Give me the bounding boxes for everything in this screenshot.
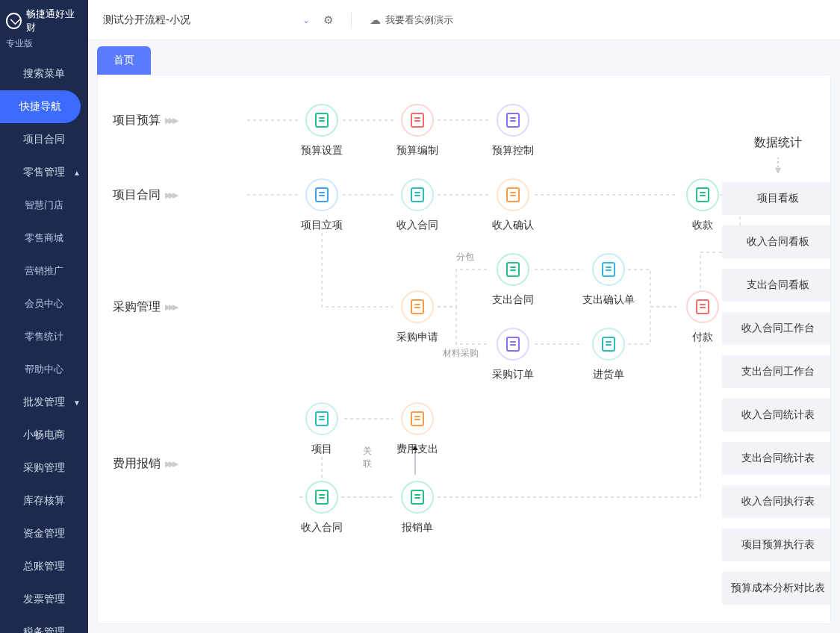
node-purchase-req[interactable]: 采购申请: [388, 290, 447, 344]
stat-btn-4[interactable]: 支出合同工作台: [722, 355, 831, 388]
sidebar-item-ledger[interactable]: 总账管理: [0, 550, 88, 583]
tab-home[interactable]: 首页: [97, 46, 151, 75]
stats-title: 数据统计: [722, 135, 831, 151]
sidebar-item-quicknav[interactable]: 快捷导航: [0, 90, 81, 123]
row-label-expense: 费用报销▶▶▶: [113, 456, 176, 472]
sidebar-item-tax[interactable]: 税务管理: [0, 616, 88, 633]
gear-icon[interactable]: ⚙: [323, 13, 333, 27]
doc-icon: [401, 402, 434, 435]
brand-name: 畅捷通好业财: [26, 7, 82, 34]
node-proj-start[interactable]: 项目立项: [292, 178, 352, 232]
node-expense-out[interactable]: 费用支出: [388, 402, 447, 456]
sidebar-item-marketing[interactable]: 营销推广: [0, 255, 88, 287]
doc-icon: [305, 402, 338, 435]
node-budget-ctrl[interactable]: 预算控制: [483, 104, 543, 158]
stat-btn-0[interactable]: 项目看板: [722, 182, 831, 215]
chevron-down-icon: ⌄: [302, 15, 310, 25]
node-income-cf[interactable]: 收入确认: [483, 178, 543, 232]
node-proj[interactable]: 项目: [292, 402, 352, 456]
sidebar-search[interactable]: 搜索菜单: [0, 57, 88, 90]
demo-link[interactable]: ☁ 我要看实例演示: [370, 13, 453, 27]
doc-icon: [497, 104, 529, 137]
node-budget-set[interactable]: 预算设置: [292, 104, 352, 158]
app-root: 畅捷通好业财 专业版 搜索菜单 快捷导航 项目合同 零售管理▲ 智慧门店 零售商…: [0, 0, 840, 633]
doc-icon: [305, 104, 338, 137]
topbar: 测试分开流程-小况 ⌄ ⚙ ☁ 我要看实例演示: [88, 0, 840, 40]
tri-icon: ▶▶▶: [165, 459, 176, 469]
doc-icon: [401, 178, 434, 211]
doc-icon: [592, 328, 625, 361]
node-income-ct2[interactable]: 收入合同: [292, 481, 352, 534]
sidebar-item-wholesale[interactable]: 批发管理▼: [0, 386, 88, 419]
logo-icon: [6, 13, 22, 29]
brand: 畅捷通好业财: [0, 0, 88, 37]
cloud-icon: ☁: [370, 13, 381, 27]
doc-icon: [401, 481, 434, 514]
node-expend-cf[interactable]: 支出确认单: [579, 253, 638, 307]
brand-sub: 专业版: [0, 37, 88, 57]
doc-icon: [305, 481, 338, 514]
sidebar-item-ecommerce[interactable]: 小畅电商: [0, 419, 88, 452]
stat-btn-9[interactable]: 预算成本分析对比表: [722, 572, 831, 605]
node-reimburse[interactable]: 报销单: [388, 481, 447, 534]
sidebar-item-purchase[interactable]: 采购管理: [0, 452, 88, 484]
sidebar-item-mall[interactable]: 零售商城: [0, 222, 88, 255]
demo-text: 我要看实例演示: [385, 13, 453, 27]
mini-label-lian: 联: [363, 458, 372, 470]
sidebar-item-retail[interactable]: 零售管理▲: [0, 156, 88, 189]
stat-btn-8[interactable]: 项目预算执行表: [722, 528, 831, 561]
row-label-purchase: 采购管理▶▶▶: [113, 299, 176, 315]
sidebar-item-invoice[interactable]: 发票管理: [0, 583, 88, 616]
selector-text: 测试分开流程-小况: [103, 13, 190, 27]
node-budget-make[interactable]: 预算编制: [388, 104, 447, 158]
sidebar-item-smartstore[interactable]: 智慧门店: [0, 189, 88, 222]
tabs: 首页: [88, 40, 840, 75]
row-label-contract: 项目合同▶▶▶: [113, 187, 176, 203]
stat-btn-2[interactable]: 支出合同看板: [722, 269, 831, 302]
sidebar-item-inventory[interactable]: 库存核算: [0, 484, 88, 517]
doc-icon: [401, 290, 434, 323]
sidebar-item-member[interactable]: 会员中心: [0, 287, 88, 320]
node-stock-in[interactable]: 进货单: [579, 328, 638, 381]
doc-icon: [592, 253, 625, 286]
doc-icon: [497, 328, 529, 361]
tri-icon: ▶▶▶: [165, 190, 176, 200]
doc-icon: [497, 253, 529, 286]
row-label-budget: 项目预算▶▶▶: [113, 113, 176, 128]
node-purchase-ord[interactable]: 采购订单: [483, 328, 543, 381]
sidebar: 畅捷通好业财 专业版 搜索菜单 快捷导航 项目合同 零售管理▲ 智慧门店 零售商…: [0, 0, 88, 633]
mini-label-guan: 关: [363, 445, 372, 458]
doc-icon: [686, 178, 719, 211]
process-selector[interactable]: 测试分开流程-小况 ⌄: [103, 13, 310, 27]
sidebar-nav: 快捷导航 项目合同 零售管理▲ 智慧门店 零售商城 营销推广 会员中心 零售统计…: [0, 90, 88, 633]
canvas-wrap: 项目预算▶▶▶ 项目合同▶▶▶ 采购管理▶▶▶ 费用报销▶▶▶ 分包 材料采购 …: [97, 75, 831, 624]
stats-panel: 数据统计 ⋮⋮▾ 项目看板 收入合同看板 支出合同看板 收入合同工作台 支出合同…: [722, 135, 831, 615]
doc-icon: [305, 178, 338, 211]
tri-icon: ▶▶▶: [165, 302, 176, 312]
mini-label-caigou: 材料采购: [443, 347, 479, 360]
stat-btn-7[interactable]: 收入合同执行表: [722, 485, 831, 518]
node-expend-ct[interactable]: 支出合同: [483, 253, 543, 307]
stat-btn-5[interactable]: 收入合同统计表: [722, 399, 831, 431]
sidebar-item-contract[interactable]: 项目合同: [0, 123, 88, 156]
stat-btn-1[interactable]: 收入合同看板: [722, 225, 831, 258]
tri-icon: ▶▶▶: [165, 116, 176, 125]
chevron-up-icon: ▲: [73, 169, 81, 177]
chevron-down-icon: ▼: [73, 399, 81, 407]
stat-btn-3[interactable]: 收入合同工作台: [722, 312, 831, 345]
sidebar-item-retailstat[interactable]: 零售统计: [0, 320, 88, 353]
node-income-ct[interactable]: 收入合同: [388, 178, 447, 232]
arrow-down-icon: ⋮⋮▾: [722, 161, 831, 172]
doc-icon: [497, 178, 529, 211]
doc-icon: [401, 104, 434, 137]
main: 测试分开流程-小况 ⌄ ⚙ ☁ 我要看实例演示 首页: [88, 0, 840, 633]
flow-canvas: 项目预算▶▶▶ 项目合同▶▶▶ 采购管理▶▶▶ 费用报销▶▶▶ 分包 材料采购 …: [98, 75, 831, 624]
sidebar-item-help[interactable]: 帮助中心: [0, 353, 88, 386]
doc-icon: [686, 290, 719, 323]
sidebar-item-funds[interactable]: 资金管理: [0, 517, 88, 550]
divider: [351, 13, 352, 28]
stat-btn-6[interactable]: 支出合同统计表: [722, 442, 831, 475]
mini-label-fenbao: 分包: [456, 251, 474, 264]
